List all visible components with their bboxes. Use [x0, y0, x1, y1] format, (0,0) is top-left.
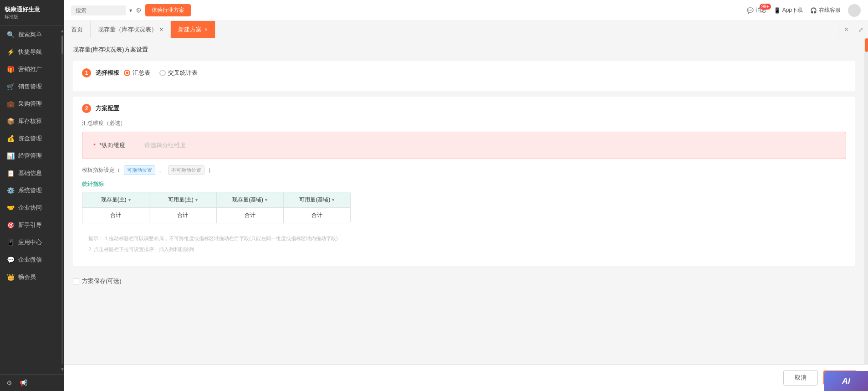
tab-new-plan[interactable]: 新建方案 ×	[171, 21, 215, 38]
sidebar-bottom: ⚙ 📢	[0, 374, 64, 391]
sidebar-item-search[interactable]: 🔍 搜索菜单	[0, 26, 61, 43]
col2-label: 现存量(基辅)	[232, 196, 263, 204]
dimension-content: * *纵向维度 —— 请选择分组维度	[93, 141, 835, 149]
tab-inventory-label: 现存量（库存状况表）	[98, 26, 157, 34]
tab-new-plan-close[interactable]: ×	[204, 26, 208, 33]
sidebar-item-label: 快捷导航	[18, 48, 42, 56]
step2-section: 2 方案配置 汇总维度（必选） * *纵向维度 —— 请选择分组维度	[73, 97, 855, 266]
save-checkbox[interactable]	[73, 278, 79, 284]
header-cell-0[interactable]: 现存量(主) ▾	[82, 192, 149, 207]
cancel-button[interactable]: 取消	[783, 370, 818, 386]
col3-label: 可用量(基辅)	[299, 196, 330, 204]
tab-inventory[interactable]: 现存量（库存状况表） ×	[91, 21, 171, 38]
tip2: 2. 点击标题栏下拉可设置排序、插入列和删除列	[88, 245, 840, 254]
sidebar-item-appcenter[interactable]: 📱 应用中心	[0, 234, 61, 251]
bag-icon: 💼	[6, 100, 15, 108]
tab-inventory-close[interactable]: ×	[160, 26, 163, 33]
tips-area: 提示： 1.拖动标题栏可以调整布局，不可跨维度或指标区域拖动栏目字段(只能在同一…	[82, 230, 846, 259]
step2-title: 方案配置	[96, 104, 119, 113]
main-area: ▾ ⚙ 体验行业方案 💬 消息 99+ 📱 App下载 🎧 在线客服 首页	[64, 0, 868, 391]
search-input[interactable]	[71, 5, 126, 15]
speaker-bottom-icon[interactable]: 📢	[20, 379, 27, 386]
gear-icon: ⚙️	[6, 187, 15, 194]
topbar: ▾ ⚙ 体验行业方案 💬 消息 99+ 📱 App下载 🎧 在线客服	[64, 0, 868, 21]
stats-table: 现存量(主) ▾ 可用量(主) ▾ 现存量(基辅) ▾ 可用量(基辅)	[82, 192, 351, 223]
topbar-right: 💬 消息 99+ 📱 App下载 🎧 在线客服	[747, 4, 861, 17]
col2-chevron[interactable]: ▾	[265, 197, 267, 202]
step1-number: 1	[82, 68, 91, 77]
chart-icon: 📊	[6, 152, 15, 159]
col0-label: 现存量(主)	[101, 196, 127, 204]
online-service-label: 在线客服	[819, 6, 841, 14]
col0-chevron[interactable]: ▾	[128, 197, 131, 202]
panel-expand-button[interactable]: ⤢	[853, 21, 868, 38]
money-icon: 💰	[6, 135, 15, 142]
message-button[interactable]: 💬 消息 99+	[747, 6, 766, 14]
sidebar-item-management[interactable]: 📊 经营管理	[0, 147, 61, 165]
sidebar-item-marketing[interactable]: 🎁 营销推广	[0, 61, 61, 78]
body-cell-3: 合计	[284, 208, 350, 223]
scroll-up-arrow[interactable]: ▲	[60, 27, 64, 35]
ai-label: Ai	[842, 376, 850, 386]
save-option-label: 方案保存(可选)	[82, 277, 122, 285]
sidebar-item-inventory[interactable]: 📦 库存核算	[0, 113, 61, 130]
close-panel-icon: ×	[844, 26, 848, 34]
col3-chevron[interactable]: ▾	[332, 197, 334, 202]
lightning-icon: ⚡	[6, 48, 15, 56]
radio-summary-label: 汇总表	[133, 69, 150, 77]
cart-icon: 🛒	[6, 83, 15, 90]
indicator-end: ）	[208, 166, 214, 174]
sidebar-item-label: 系统管理	[18, 186, 42, 195]
header-cell-3[interactable]: 可用量(基辅) ▾	[284, 192, 350, 207]
col1-chevron[interactable]: ▾	[195, 197, 198, 202]
header-cell-2[interactable]: 现存量(基辅) ▾	[217, 192, 284, 207]
sidebar-item-quicknav[interactable]: ⚡ 快捷导航	[0, 43, 61, 61]
step2-header: 2 方案配置	[82, 104, 846, 113]
sidebar-item-cooperation[interactable]: 🤝 企业协同	[0, 199, 61, 216]
radio-summary[interactable]: 汇总表	[124, 69, 150, 77]
ai-float-button[interactable]: Ai	[824, 371, 868, 391]
required-mark: *	[93, 142, 96, 149]
scroll-down-arrow[interactable]: ▼	[60, 365, 64, 373]
stats-table-body-row: 合计 合计 合计 合计	[82, 207, 350, 223]
brand-name: 畅康通好生意	[5, 5, 59, 14]
template-radio-group: 汇总表 交叉统计表	[124, 69, 198, 77]
sidebar-item-newguide[interactable]: 🎯 新手引导	[0, 216, 61, 234]
settings-icon[interactable]: ⚙	[136, 6, 142, 15]
sidebar-item-label: 资金管理	[18, 134, 42, 143]
dimension-error-box: * *纵向维度 —— 请选择分组维度	[82, 132, 846, 159]
home-tab-label: 首页	[71, 26, 83, 34]
dropdown-arrow[interactable]: ▾	[129, 7, 132, 14]
radio-summary-circle	[124, 70, 130, 76]
footer: 取消 查询	[64, 364, 868, 391]
sidebar-item-wechat[interactable]: 💬 企业微信	[0, 251, 61, 268]
sidebar-nav: 🔍 搜索菜单 ⚡ 快捷导航 🎁 营销推广 🛒 销售管理 💼 采购管理 📦	[0, 26, 61, 374]
crown-icon: 👑	[6, 273, 15, 281]
radio-cross[interactable]: 交叉统计表	[159, 69, 198, 77]
sidebar-item-label: 基础信息	[18, 169, 42, 177]
online-service-button[interactable]: 🎧 在线客服	[810, 6, 841, 14]
summary-dim-label: 汇总维度（必选）	[82, 119, 846, 127]
step2-number: 2	[82, 104, 91, 113]
content-scrollbar[interactable]	[864, 38, 868, 364]
sidebar-item-label: 营销推广	[18, 65, 42, 73]
header-cell-1[interactable]: 可用量(主) ▾	[149, 192, 216, 207]
sidebar-item-purchase[interactable]: 💼 采购管理	[0, 95, 61, 113]
sidebar-item-finance[interactable]: 💰 资金管理	[0, 130, 61, 147]
content-scroll-thumb	[865, 38, 868, 52]
tip-title: 提示： 1.拖动标题栏可以调整布局，不可跨维度或指标区域拖动栏目字段(只能在同一…	[88, 234, 840, 243]
app-download-button[interactable]: 📱 App下载	[774, 6, 803, 14]
message-badge: 99+	[760, 4, 771, 10]
sidebar-item-system[interactable]: ⚙️ 系统管理	[0, 182, 61, 199]
dim-placeholder[interactable]: 请选择分组维度	[144, 141, 186, 149]
sidebar-item-basicinfo[interactable]: 📋 基础信息	[0, 165, 61, 182]
panel-close-button[interactable]: ×	[839, 21, 853, 38]
expand-icon: ⤢	[858, 26, 863, 33]
sidebar-item-sales[interactable]: 🛒 销售管理	[0, 78, 61, 95]
industry-solution-button[interactable]: 体验行业方案	[145, 4, 191, 16]
user-avatar[interactable]	[848, 4, 861, 17]
tab-home[interactable]: 首页	[64, 21, 91, 38]
settings-bottom-icon[interactable]: ⚙	[6, 379, 12, 386]
indicator-sep: 、	[159, 166, 164, 174]
sidebar-item-vip[interactable]: 👑 畅会员	[0, 268, 61, 286]
